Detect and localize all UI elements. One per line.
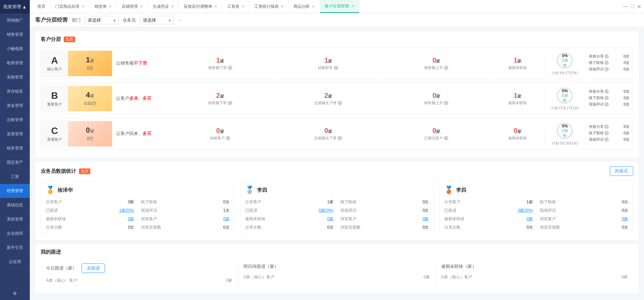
- info-icon[interactable]: i: [604, 102, 609, 107]
- info-icon[interactable]: i: [444, 136, 448, 140]
- info-icon[interactable]: i: [444, 66, 448, 70]
- tab-close-icon[interactable]: ✕: [171, 4, 174, 9]
- tab-工资统计报表[interactable]: 工资统计报表✕: [250, 0, 289, 13]
- info-icon[interactable]: i: [604, 131, 609, 135]
- sidebar-item-营销推广[interactable]: 营销推广: [0, 14, 30, 28]
- tab-销货单[interactable]: 销货单✕: [90, 0, 117, 13]
- staff-title: 业务员数据统计: [41, 168, 76, 175]
- sidebar-item-电商管理[interactable]: 电商管理: [0, 56, 30, 70]
- sidebar-item-系统管理[interactable]: 系统管理: [0, 212, 30, 227]
- sidebar-settings[interactable]: ⚙: [0, 287, 30, 300]
- info-icon[interactable]: i: [604, 89, 609, 94]
- tab-门店商品目录[interactable]: 门店商品目录✕: [50, 0, 90, 13]
- staff-select[interactable]: 请选择: [140, 16, 174, 24]
- staff-stat-row: 分管客户1家: [444, 199, 533, 205]
- dept-select[interactable]: 请选择: [85, 16, 119, 24]
- sidebar-item-小畅电商[interactable]: 小畅电商: [0, 42, 30, 56]
- info-icon[interactable]: i: [226, 136, 230, 140]
- staff-stat-val[interactable]: 0家: [327, 216, 334, 222]
- sidebar-item-库存核算[interactable]: 库存核算: [0, 85, 30, 99]
- tab-close-icon[interactable]: ✕: [214, 4, 217, 9]
- metric-num: 0家: [384, 56, 489, 64]
- info-icon[interactable]: i: [338, 101, 342, 105]
- info-icon[interactable]: i: [604, 61, 609, 65]
- more-options[interactable]: ···: [178, 17, 182, 23]
- staff-stat-val[interactable]: 1家(0%): [119, 208, 134, 213]
- tab-close-icon[interactable]: ✕: [109, 4, 112, 9]
- sidebar-item-资金管理[interactable]: 资金管理: [0, 99, 30, 113]
- tab-close-icon[interactable]: ✕: [312, 4, 315, 9]
- staff-stat-label: 现场拜访: [141, 208, 157, 213]
- list-view-button[interactable]: 列表式: [610, 166, 633, 176]
- staff-month: 九月: [79, 168, 90, 174]
- tab-商品分析[interactable]: 商品分析✕: [289, 0, 320, 13]
- staff-stat-label: 浏览页面数: [141, 225, 161, 230]
- info-icon[interactable]: i: [228, 101, 232, 105]
- tab-客户分层经营[interactable]: 客户分层经营✕: [320, 0, 359, 13]
- goto-followup-button[interactable]: 去跟进: [82, 263, 105, 273]
- sidebar-header-label: 批发管理: [3, 4, 21, 10]
- staff-stat-label: 已跟进: [245, 208, 257, 213]
- sidebar-item-企业协同[interactable]: 企业协同: [0, 227, 30, 241]
- info-icon[interactable]: i: [334, 66, 338, 70]
- sidebar-item-税务管理[interactable]: 税务管理: [0, 141, 30, 156]
- info-icon[interactable]: i: [604, 54, 609, 59]
- tab-close-icon[interactable]: ✕: [82, 4, 85, 9]
- sidebar-item-发票管理[interactable]: 发票管理: [0, 127, 30, 141]
- staff-stat-val[interactable]: 0家(0%): [518, 208, 533, 213]
- sidebar-item-总账管理[interactable]: 总账管理: [0, 113, 30, 127]
- info-icon[interactable]: i: [228, 66, 232, 70]
- staff-stat-val: 1家: [327, 199, 334, 205]
- tab-close-icon[interactable]: ✕: [351, 4, 354, 8]
- staff-stat-val: 0次: [622, 208, 628, 213]
- tab-首页[interactable]: 首页: [33, 0, 50, 13]
- tab-label: 门店商品目录: [55, 4, 80, 9]
- staff-stat-label: 浏览页面数: [340, 225, 361, 230]
- info-icon[interactable]: i: [444, 101, 448, 105]
- staff-stat-row: 现场拜访0次: [540, 208, 628, 213]
- metric-num: 2家: [168, 92, 273, 99]
- sidebar-item-基础信息[interactable]: 基础信息: [0, 198, 30, 212]
- info-icon[interactable]: i: [604, 124, 609, 129]
- close-window-icon[interactable]: ✕: [637, 3, 641, 10]
- staff-stat-val[interactable]: 0家: [527, 216, 533, 222]
- info-icon[interactable]: i: [338, 136, 342, 140]
- staff-stat-val[interactable]: 0家: [423, 216, 429, 222]
- metric-label: 已激活客户i: [384, 136, 489, 141]
- maximize-icon[interactable]: □: [631, 3, 634, 10]
- tab-工资表[interactable]: 工资表✕: [222, 0, 250, 13]
- right-stats-A: 有效分享 i0次线下联络 i0次现场拜访 i0次: [585, 51, 633, 76]
- staff-stat-row: 线下联络0次: [540, 199, 628, 205]
- metric-item-回购异常: 1家回购异常i: [274, 53, 382, 74]
- right-stat-label: 现场拜访 i: [589, 137, 609, 142]
- tab-生成凭证[interactable]: 生成凭证✕: [148, 0, 179, 13]
- tab-label: 应收应付调整单: [184, 4, 212, 9]
- sidebar-item-固定资产[interactable]: 固定资产: [0, 156, 30, 170]
- sidebar-item-新手引导[interactable]: 新手引导: [0, 241, 30, 255]
- info-icon[interactable]: i: [604, 67, 609, 71]
- sidebar-item-云应用[interactable]: 云应用: [0, 255, 30, 269]
- tier-strategy-B: 让客户多来、多买: [112, 91, 166, 106]
- sidebar-item-工资[interactable]: 工资: [0, 170, 30, 184]
- staff-stat-val: 0次: [223, 199, 230, 205]
- tab-actions: — □ ✕: [623, 3, 641, 10]
- sidebar-header[interactable]: 批发管理 ▲: [0, 0, 30, 14]
- tab-close-icon[interactable]: ✕: [140, 4, 143, 9]
- sidebar-item-销售管理[interactable]: 销售管理: [0, 28, 30, 42]
- minimize-icon[interactable]: —: [623, 3, 628, 10]
- staff-stat-val[interactable]: 0家(0%): [319, 208, 334, 213]
- tab-close-icon[interactable]: ✕: [241, 4, 244, 9]
- sidebar-item-采购管理[interactable]: 采购管理: [0, 70, 30, 85]
- info-icon[interactable]: i: [604, 96, 609, 100]
- tab-close-icon[interactable]: ✕: [281, 4, 284, 9]
- tab-店铺管理[interactable]: 店铺管理✕: [117, 0, 148, 13]
- staff-stat-label: 已跟进: [46, 208, 58, 213]
- tab-应收应付调整单[interactable]: 应收应付调整单✕: [179, 0, 222, 13]
- staff-stat-val[interactable]: 0家: [128, 216, 134, 222]
- circle-status: 已联络: [560, 58, 570, 68]
- circle-pct: 0%: [560, 53, 570, 58]
- staff-stat-val[interactable]: 0家: [223, 216, 230, 222]
- info-icon[interactable]: i: [604, 137, 609, 142]
- staff-stat-val[interactable]: 0家: [622, 216, 628, 222]
- sidebar-item-经营管理[interactable]: 经营管理: [0, 184, 30, 198]
